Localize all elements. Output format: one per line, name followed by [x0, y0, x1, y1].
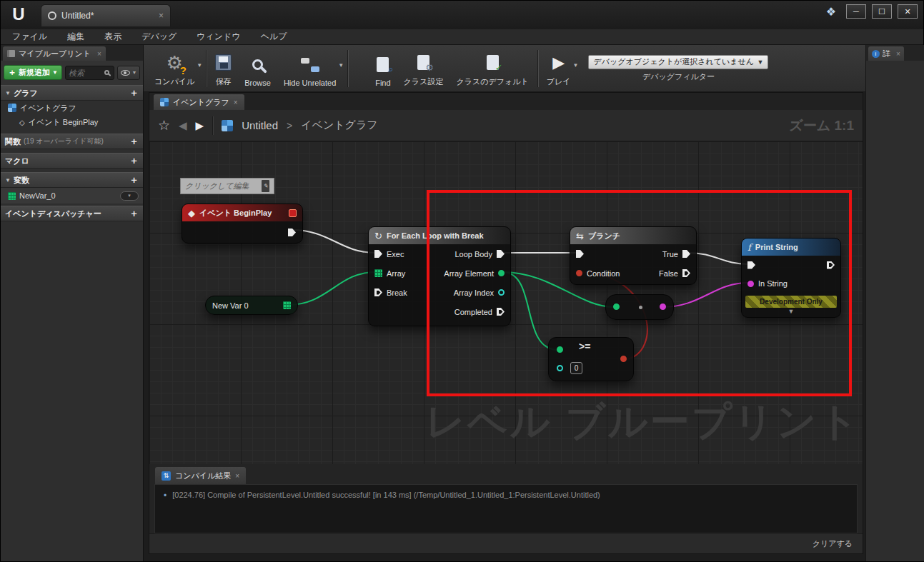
- browse-button[interactable]: Browse: [238, 48, 277, 89]
- my-blueprint-tab-label: マイブループリント: [19, 49, 91, 59]
- break-pin-label: Break: [387, 288, 407, 297]
- section-graphs-label: グラフ: [14, 88, 38, 99]
- notification-icon[interactable]: ❖: [826, 5, 836, 19]
- tree-item-begin-play[interactable]: ◇ イベント BeginPlay: [1, 115, 143, 129]
- search-input[interactable]: [69, 69, 104, 77]
- loop-icon: ↻: [374, 231, 382, 241]
- exec-input-pin[interactable]: [374, 250, 382, 258]
- debug-filter-group: デバッグオブジェクトが選択されていません ▼ デバッグフィルター: [588, 55, 768, 82]
- my-blueprint-tab[interactable]: マイブループリント ×: [3, 46, 106, 61]
- menu-item-window[interactable]: ウィンドウ: [197, 31, 240, 43]
- add-macro-icon[interactable]: ＋: [129, 154, 139, 167]
- event-graph-canvas[interactable]: レベル ブループリント クリックして編集 ✎ ◆ イベント B: [149, 141, 863, 464]
- debug-filter-label: デバッグフィルター: [642, 71, 715, 82]
- minimize-button[interactable]: ─: [846, 4, 866, 19]
- search-icon: [104, 70, 109, 75]
- node-get-newvar[interactable]: New Var 0: [205, 296, 298, 315]
- graph-breadcrumb-bar: ☆ ◀ ▶ Untitled > イベントグラフ ズーム 1:1: [149, 110, 863, 141]
- add-new-button[interactable]: ＋ 新規追加 ▼: [4, 65, 62, 80]
- compile-log[interactable]: • [0224.76] Compile of PersistentLevel.U…: [154, 484, 858, 533]
- details-tab[interactable]: i 詳 ×: [868, 46, 904, 61]
- maximize-button[interactable]: ☐: [872, 4, 892, 19]
- graph-icon: [8, 104, 16, 112]
- add-function-icon[interactable]: ＋: [129, 135, 139, 148]
- variable-default-pill[interactable]: ▾: [120, 191, 139, 201]
- unreal-logo-icon: U: [8, 4, 29, 25]
- hide-unrelated-label: Hide Unrelated: [284, 79, 336, 87]
- tab-close-icon[interactable]: ×: [235, 472, 239, 480]
- blueprint-search[interactable]: [65, 66, 114, 80]
- close-button[interactable]: ✕: [898, 4, 918, 19]
- debug-object-value: デバッグオブジェクトが選択されていません: [593, 56, 754, 67]
- tab-close-icon[interactable]: ×: [234, 99, 238, 106]
- favorite-star-icon[interactable]: ☆: [158, 117, 170, 134]
- panel-close-icon[interactable]: ×: [97, 50, 101, 58]
- browse-icon: [252, 59, 263, 70]
- clear-log-button[interactable]: クリアする: [813, 538, 853, 549]
- array-input-pin[interactable]: [374, 269, 382, 277]
- nav-forward-icon[interactable]: ▶: [196, 119, 204, 132]
- collapse-caret-icon[interactable]: ▼: [5, 90, 11, 96]
- menu-item-view[interactable]: 表示: [104, 31, 121, 43]
- tree-item-event-graph[interactable]: イベントグラフ: [1, 101, 143, 115]
- highlight-rectangle: [427, 190, 852, 396]
- toolbar-separator: [206, 50, 207, 87]
- blueprint-toolbar: ⚙? コンパイル ▼ 保存 Browse Hide Unrelated ▼ ⌕ …: [144, 45, 865, 92]
- tree-item-newvar[interactable]: NewVar_0 ▾: [1, 188, 143, 204]
- class-settings-button[interactable]: ⚙ クラス設定: [397, 48, 450, 89]
- log-bullet-icon: •: [164, 491, 167, 501]
- menu-item-edit[interactable]: 編集: [67, 31, 84, 43]
- unreal-editor-window: U Untitled* × ❖ ─ ☐ ✕ ファイル 編集 表示 デバッグ ウィ…: [0, 0, 924, 562]
- hide-unrelated-button[interactable]: Hide Unrelated: [277, 48, 342, 89]
- debug-object-select[interactable]: デバッグオブジェクトが選択されていません ▼: [588, 55, 768, 69]
- compile-results-tab[interactable]: ⇅ コンパイル結果 ×: [155, 467, 246, 484]
- exec-output-pin[interactable]: [288, 229, 296, 236]
- breadcrumb-chevron: >: [287, 120, 292, 131]
- compile-button[interactable]: ⚙? コンパイル: [148, 48, 201, 89]
- menu-item-debug[interactable]: デバッグ: [141, 31, 177, 43]
- save-label: 保存: [216, 76, 232, 87]
- play-button[interactable]: ▶ プレイ: [540, 48, 577, 89]
- find-label: Find: [375, 79, 390, 87]
- title-bar: U Untitled* × ❖ ─ ☐ ✕: [1, 1, 923, 29]
- add-dispatcher-icon[interactable]: ＋: [129, 207, 139, 220]
- section-variables[interactable]: ▼ 変数 ＋: [1, 172, 143, 188]
- chevron-down-icon: ▼: [52, 69, 58, 76]
- event-graph-tab[interactable]: イベントグラフ ×: [154, 94, 244, 110]
- menu-item-help[interactable]: ヘルプ: [261, 31, 287, 43]
- blueprint-icon: [222, 120, 233, 131]
- collapse-caret-icon[interactable]: ▼: [5, 177, 11, 184]
- node-event-beginplay[interactable]: ◆ イベント BeginPlay: [182, 204, 303, 244]
- section-functions[interactable]: 関数 (19 オーバーライド可能) ＋: [1, 134, 143, 149]
- breadcrumb-leaf[interactable]: イベントグラフ: [301, 119, 377, 132]
- window-document-tab[interactable]: Untitled* ×: [41, 4, 171, 26]
- add-graph-icon[interactable]: ＋: [129, 86, 139, 99]
- event-diamond-icon: ◆: [188, 208, 195, 219]
- comment-edit-box[interactable]: クリックして編集 ✎: [180, 178, 274, 194]
- save-icon: [215, 54, 232, 71]
- visibility-filter-button[interactable]: ▼: [117, 66, 140, 80]
- menu-item-file[interactable]: ファイル: [12, 31, 47, 43]
- details-tab-label: 詳: [883, 49, 890, 59]
- info-circle-icon: i: [872, 50, 880, 58]
- tab-close-icon[interactable]: ×: [159, 11, 164, 21]
- array-output-pin[interactable]: [283, 301, 291, 309]
- find-button[interactable]: ⌕ Find: [369, 48, 397, 89]
- graph-tab-row: イベントグラフ ×: [149, 93, 863, 110]
- class-defaults-button[interactable]: ✓ クラスのデフォルト: [449, 48, 535, 89]
- comment-pin-icon[interactable]: ✎: [262, 180, 269, 192]
- class-settings-icon: ⚙: [417, 55, 429, 70]
- nav-back-icon[interactable]: ◀: [179, 119, 187, 132]
- breadcrumb-root[interactable]: Untitled: [242, 119, 278, 131]
- save-button[interactable]: 保存: [209, 48, 238, 89]
- section-event-dispatchers[interactable]: イベントディスパッチャー ＋: [1, 206, 143, 221]
- section-variables-label: 変数: [14, 175, 29, 186]
- details-close-icon[interactable]: ×: [896, 50, 900, 58]
- section-macros[interactable]: マクロ ＋: [1, 153, 143, 169]
- toolbar-separator: [347, 50, 348, 87]
- compile-results-tab-label: コンパイル結果: [175, 471, 231, 481]
- my-blueprint-panel: マイブループリント × ＋ 新規追加 ▼ ▼ ▼ グラフ ＋: [1, 45, 144, 561]
- add-variable-icon[interactable]: ＋: [129, 174, 139, 186]
- break-input-pin[interactable]: [374, 288, 382, 296]
- section-graphs[interactable]: ▼ グラフ ＋: [1, 85, 143, 101]
